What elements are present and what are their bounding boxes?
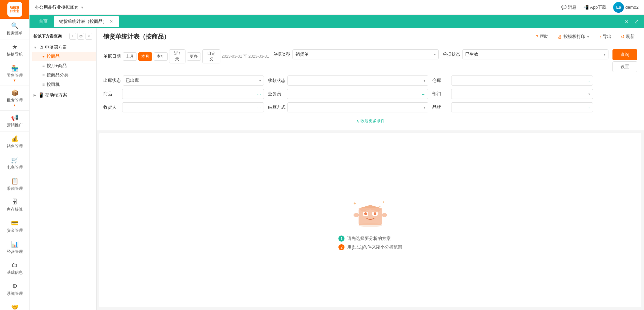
tabbar-right: ✕ ⤢ bbox=[623, 17, 640, 26]
refresh-btn[interactable]: ↺ 刷新 bbox=[618, 32, 637, 41]
settlement-label: 结算方式 bbox=[268, 104, 285, 110]
sidebar-item-finance[interactable]: 💳 资金管理 bbox=[0, 216, 29, 237]
sidebar-item-label: 库存核算 bbox=[7, 207, 23, 212]
product-select[interactable]: ··· bbox=[122, 89, 264, 99]
query-btn[interactable]: 查询 bbox=[612, 49, 637, 60]
date-btn-custom[interactable]: 自定义 bbox=[202, 49, 220, 63]
scheme-item-by-category[interactable]: ≡ 按商品分类 bbox=[32, 70, 96, 80]
sidebar-item-label: 基础信息 bbox=[7, 270, 23, 275]
pay-status-select[interactable]: ▾ bbox=[287, 75, 429, 86]
scheme-group-pc-label: 电脑端方案 bbox=[45, 44, 67, 50]
sidebar-item-inventory[interactable]: 🗄 库存核算 bbox=[0, 195, 29, 216]
doc-status-value: 已生效 bbox=[465, 51, 478, 57]
scheme-group-mobile-header[interactable]: ▶ 📱 移动端方案 bbox=[30, 91, 96, 99]
salesman-select[interactable]: ··· bbox=[287, 89, 429, 99]
chevron-down-icon: ▼ bbox=[34, 46, 37, 49]
scheme-collapse-btn[interactable]: « bbox=[86, 33, 92, 40]
warehouse-select[interactable]: ··· bbox=[451, 75, 593, 86]
scheme-group-pc-header[interactable]: ▼ 🖥 电脑端方案 bbox=[30, 43, 96, 52]
scheme-settings-btn[interactable]: ⚙ bbox=[77, 33, 84, 40]
scheme-panel-header: 按以下方案查询 + ⚙ « bbox=[30, 31, 96, 42]
window-maximize-btn[interactable]: ⤢ bbox=[633, 17, 640, 26]
svg-text:✦: ✦ bbox=[353, 201, 357, 206]
sidebar-item-shortcuts[interactable]: ★ 快捷导航 bbox=[0, 40, 29, 61]
sidebar-item-label: 经营管理 bbox=[7, 249, 23, 255]
collapse-arrow-icon: ∧ bbox=[356, 119, 359, 123]
user-label: demo2 bbox=[625, 5, 639, 10]
scheme-add-btn[interactable]: + bbox=[69, 33, 76, 40]
export-btn[interactable]: ↑ 导出 bbox=[597, 32, 614, 41]
date-filter-group: 上月 本月 本年 近7天 更多 自定义 2023-03-01 至 2023-03… bbox=[123, 49, 269, 63]
brand-select[interactable]: ··· bbox=[451, 102, 593, 112]
doc-type-select[interactable]: 销货单 ▾ bbox=[292, 49, 439, 59]
purchase-icon: 📋 bbox=[11, 177, 18, 185]
scheme-item-by-cashier[interactable]: ≡ 按司机 bbox=[32, 80, 96, 89]
date-btn-7days[interactable]: 近7天 bbox=[169, 49, 185, 63]
out-status-arrow: ▾ bbox=[259, 79, 261, 83]
date-btn-this-year[interactable]: 本年 bbox=[154, 52, 168, 61]
sidebar-item-label: 系统管理 bbox=[7, 291, 23, 297]
receiver-dots: ··· bbox=[257, 105, 261, 110]
doc-status-select[interactable]: 已生效 ▾ bbox=[462, 49, 608, 59]
sidebar-item-sales[interactable]: 💰 销售管理 bbox=[0, 132, 29, 153]
date-range-text: 2023-03-01 至 2023-03-31 bbox=[222, 54, 269, 59]
message-btn[interactable]: 💬 消息 bbox=[561, 4, 577, 10]
enterprise-icon: 🤝 bbox=[11, 304, 18, 310]
sidebar-item-label: 零售管理 bbox=[7, 73, 23, 79]
date-btn-this-month[interactable]: 本月 bbox=[138, 52, 152, 61]
inventory-icon: 🗄 bbox=[12, 199, 18, 206]
tip-text-2: 用[过滤]条件来缩小分析范围 bbox=[347, 244, 402, 250]
sidebar-item-purchase[interactable]: 📋 采购管理 bbox=[0, 174, 29, 195]
template-print-btn[interactable]: 🖨 按模板打印 ▼ bbox=[555, 32, 593, 41]
date-btn-more[interactable]: 更多 bbox=[187, 52, 201, 61]
page-header-top: 销货单统计表（按商品） ? 帮助 🖨 按模板打印 ▼ ↑ bbox=[103, 32, 637, 41]
window-minimize-btn[interactable]: ✕ bbox=[623, 17, 630, 26]
right-content: 销货单统计表（按商品） ? 帮助 🖨 按模板打印 ▼ ↑ bbox=[97, 28, 644, 310]
sidebar-item-system[interactable]: ⚙ 系统管理 bbox=[0, 279, 29, 300]
industry-dropdown[interactable]: ▾ bbox=[81, 5, 83, 10]
pay-status-arrow: ▾ bbox=[424, 79, 425, 83]
sidebar-item-label: 营销推广 bbox=[7, 122, 23, 128]
salesman-label: 业务员 bbox=[268, 91, 285, 97]
sidebar-item-operations[interactable]: 📊 经营管理 bbox=[0, 237, 29, 258]
avatar: Ea bbox=[613, 2, 624, 13]
scheme-item-by-product[interactable]: ● 按商品 bbox=[32, 52, 96, 61]
settings-btn[interactable]: 设置 bbox=[612, 61, 637, 72]
template-print-label: 按模板打印 bbox=[564, 34, 585, 40]
out-status-value: 已出库 bbox=[126, 78, 139, 84]
scheme-panel: 按以下方案查询 + ⚙ « ▼ 🖥 bbox=[30, 28, 97, 310]
empty-illustration: ✦ ✦ ✦ bbox=[350, 190, 390, 230]
user-btn[interactable]: Ea demo2 bbox=[613, 2, 639, 13]
receiver-select[interactable]: ··· bbox=[122, 102, 264, 112]
sidebar-item-retail[interactable]: 🏪 零售管理 ▼ bbox=[0, 61, 29, 86]
sidebar-item-basic[interactable]: 🗂 基础信息 bbox=[0, 258, 29, 279]
tab-report[interactable]: 销货单统计表（按商品） ✕ bbox=[54, 16, 119, 27]
tab-close-icon[interactable]: ✕ bbox=[109, 19, 114, 24]
doc-type-value: 销货单 bbox=[296, 51, 309, 57]
out-status-select[interactable]: 已出库 ▾ bbox=[123, 75, 264, 86]
sidebar-item-label: 采购管理 bbox=[7, 186, 23, 192]
scheme-pc-items: ● 按商品 ≡ 按月+商品 ≡ 按商品分类 ≡ 按司机 bbox=[30, 52, 96, 89]
star-icon: ★ bbox=[12, 43, 17, 51]
sidebar-item-enterprise[interactable]: 🤝 企业协同 bbox=[0, 300, 29, 310]
scheme-item-by-month-product[interactable]: ≡ 按月+商品 bbox=[32, 61, 96, 70]
svg-point-4 bbox=[364, 212, 367, 215]
sidebar-item-label: 销售管理 bbox=[7, 144, 23, 149]
warehouse-dots: ··· bbox=[586, 78, 590, 83]
settlement-select[interactable]: ▾ bbox=[287, 102, 429, 112]
date-btn-last-month[interactable]: 上月 bbox=[123, 52, 137, 61]
sidebar-item-wholesale[interactable]: 📦 批发管理 ▲ bbox=[0, 86, 29, 111]
sidebar-item-marketing[interactable]: 📢 营销推广 bbox=[0, 111, 29, 132]
help-btn[interactable]: ? 帮助 bbox=[533, 32, 551, 41]
tab-home-label: 首页 bbox=[39, 18, 48, 24]
collapse-more-btn[interactable]: ∧ 收起更多条件 bbox=[103, 116, 637, 126]
page-header-actions: ? 帮助 🖨 按模板打印 ▼ ↑ 导出 ↺ bbox=[533, 32, 637, 41]
sidebar-item-ecommerce[interactable]: 🛒 电商管理 bbox=[0, 153, 29, 174]
dept-select[interactable]: ▾ bbox=[451, 89, 593, 99]
sidebar-item-search[interactable]: 🔍 搜索菜单 bbox=[0, 19, 29, 40]
collapse-icon: « bbox=[88, 34, 90, 39]
list-icon2: ≡ bbox=[42, 73, 45, 78]
app-download-btn[interactable]: 📲 App下载 bbox=[583, 4, 606, 10]
tab-home[interactable]: 首页 bbox=[34, 16, 53, 27]
dept-arrow: ▾ bbox=[588, 92, 590, 96]
